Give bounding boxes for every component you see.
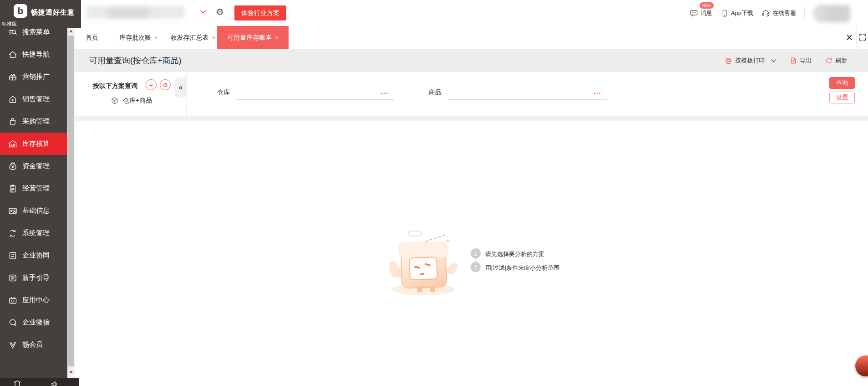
scroll-down-arrow-icon[interactable] [69, 371, 73, 374]
online-service-button[interactable]: 在线客服 [761, 9, 796, 17]
scheme-pane: 按以下方案查询 + ⚙ « 仓库+商品 [75, 72, 187, 116]
user-avatar-blurred[interactable] [813, 3, 850, 23]
step-1-badge: 1 [471, 248, 481, 258]
sidebar-scrollbar[interactable] [67, 26, 75, 378]
header-divider [804, 7, 805, 19]
edition-label: 标准版 [2, 21, 17, 27]
page-title: 可用量查询(按仓库+商品) [89, 49, 182, 72]
app-download-button[interactable]: App下载 [721, 9, 753, 17]
headset-icon [761, 9, 770, 17]
logo-block: b 畅捷通好生意 标准版 [0, 0, 81, 28]
sidebar-item-member[interactable]: 畅会员 [0, 334, 67, 356]
sidebar-nav: 搜索菜单 快捷导航 营销推广 销售管理 采购管理 库存核算 [0, 21, 67, 356]
product-field-input[interactable] [448, 99, 607, 100]
warehouse-more-icon[interactable]: ... [381, 87, 388, 96]
sidebar-item-label: 新手引导 [22, 273, 50, 282]
sidebar-item-basic-info[interactable]: 基础信息 [0, 200, 67, 222]
member-v-icon [8, 340, 17, 350]
tab-bar: 首页 库存批次账 × 收发存汇总表 × 可用量库存账本 × ✕ [75, 26, 868, 49]
sync-icon [8, 229, 17, 238]
step-2-text: 用[过滤]条件来缩小分析范围 [485, 264, 559, 272]
scroll-up-arrow-icon[interactable] [69, 30, 73, 32]
settings-button[interactable]: 设置 [829, 92, 855, 103]
scheme-settings-button[interactable]: ⚙ [160, 79, 171, 90]
gear-icon: ⚙ [162, 82, 168, 88]
sidebar: 搜索菜单 快捷导航 营销推广 销售管理 采购管理 库存核算 [0, 0, 67, 386]
step-2-badge: 2 [471, 262, 481, 272]
sidebar-item-label: 应用中心 [22, 296, 50, 304]
close-icon[interactable]: ✕ [846, 26, 853, 49]
export-button[interactable]: 导出 [790, 57, 812, 65]
printer-icon [725, 57, 732, 65]
sidebar-item-wechat[interactable]: 企业微信 [0, 311, 67, 334]
sidebar-item-system[interactable]: 系统管理 [0, 222, 67, 244]
sidebar-item-business[interactable]: 经营管理 [0, 177, 67, 200]
sidebar-item-app-center[interactable]: 应用中心 [0, 289, 67, 311]
message-bubble-icon [690, 9, 698, 17]
phone-icon [721, 9, 729, 17]
tab-close-icon[interactable]: × [154, 34, 158, 41]
scheme-pane-title: 按以下方案查询 [93, 82, 137, 90]
empty-state-illustration [391, 232, 459, 299]
sidebar-item-label: 企业微信 [22, 318, 50, 327]
sidebar-item-label: 企业协同 [22, 251, 50, 260]
sidebar-item-marketing[interactable]: 营销推广 [0, 66, 67, 88]
tab-label: 可用量库存账本 [227, 34, 272, 42]
collab-icon [8, 251, 17, 260]
tab-available-ledger-active[interactable]: 可用量库存账本 × [217, 26, 289, 49]
warehouse-icon [8, 139, 17, 149]
sidebar-item-label: 库存核算 [22, 139, 50, 148]
messages-button[interactable]: 消息 99+ [690, 9, 712, 17]
sidebar-item-sales[interactable]: 销售管理 [0, 88, 67, 110]
gear-icon[interactable]: ⚙ [216, 6, 224, 17]
tab-close-icon[interactable]: × [275, 34, 279, 41]
floating-feedback-button[interactable] [855, 355, 868, 376]
title-actions: 按模板打印 导出 刷新 [725, 49, 847, 72]
tab-home[interactable]: 首页 [86, 26, 98, 49]
svg-text:新: 新 [11, 276, 15, 280]
industry-solution-button[interactable]: 体验行业方案 [234, 5, 286, 21]
refresh-button[interactable]: 刷新 [825, 57, 847, 65]
chevron-down-icon[interactable] [771, 59, 776, 62]
app-window: 搜索菜单 快捷导航 营销推广 销售管理 采购管理 库存核算 [0, 0, 868, 386]
export-label: 导出 [800, 57, 812, 65]
print-by-template-button[interactable]: 按模板打印 [725, 57, 776, 65]
sidebar-item-quick-nav[interactable]: 快捷导航 [0, 43, 67, 66]
footer-sound-icon[interactable] [51, 381, 58, 386]
company-select-underline [86, 24, 214, 24]
wechat-icon [8, 318, 17, 327]
sidebar-item-collaboration[interactable]: 企业协同 [0, 244, 67, 267]
tab-inventory-batch[interactable]: 库存批次账 × [119, 26, 158, 49]
messages-badge: 99+ [699, 1, 715, 10]
sidebar-item-label: 搜索菜单 [22, 28, 50, 36]
query-button[interactable]: 查询 [829, 77, 855, 89]
clipboard-icon [8, 184, 17, 193]
product-more-icon[interactable]: ... [594, 87, 601, 96]
scrollbar-thumb[interactable] [68, 36, 74, 366]
tab-close-icon[interactable]: × [212, 34, 216, 41]
refresh-label: 刷新 [835, 57, 847, 65]
scheme-item-warehouse-product[interactable]: 仓库+商品 [111, 97, 152, 105]
fullscreen-icon[interactable] [858, 33, 867, 41]
scheme-item-label: 仓库+商品 [123, 97, 152, 105]
step-1-text: 请先选择要分析的方案 [485, 250, 544, 258]
cloud-shape [408, 231, 422, 237]
add-scheme-button[interactable]: + [146, 79, 157, 90]
sales-house-icon [8, 95, 17, 104]
chevron-down-icon[interactable] [200, 10, 206, 14]
footer-robot-icon[interactable] [14, 381, 21, 386]
sidebar-item-purchase[interactable]: 采购管理 [0, 110, 67, 133]
warehouse-field-input[interactable] [237, 99, 394, 100]
sidebar-item-inventory[interactable]: 库存核算 [0, 133, 67, 155]
online-service-label: 在线客服 [772, 9, 796, 17]
sidebar-item-newbie-guide[interactable]: 新 新手引导 [0, 267, 67, 289]
sidebar-item-label: 资金管理 [22, 162, 50, 170]
app-download-label: App下载 [731, 9, 753, 17]
sidebar-item-funds[interactable]: 资金管理 [0, 155, 67, 177]
sidebar-item-label: 快捷导航 [22, 50, 50, 59]
tab-summary[interactable]: 收发存汇总表 × [171, 26, 216, 49]
sidebar-item-label: 畅会员 [22, 340, 43, 349]
collapse-pane-button[interactable]: « [175, 77, 187, 98]
tab-label: 收发存汇总表 [171, 34, 209, 42]
brand-name: 畅捷通好生意 [31, 8, 75, 17]
